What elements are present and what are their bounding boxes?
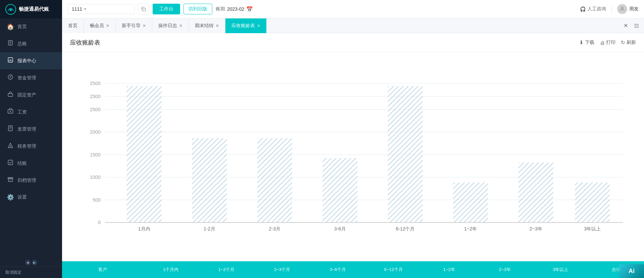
tab-member-close[interactable]: ✕ [106, 23, 109, 28]
scroll-up-btn[interactable]: ◀ [25, 260, 31, 265]
main-area: 1111 ▾ 工作台 切到旧版 账期 2023-02 📅 🎧 人工咨询 用友 [62, 0, 644, 278]
svg-text:500: 500 [93, 197, 101, 203]
svg-point-25 [621, 7, 623, 9]
table-header: 客户 1个月内 1~2个月 2~3个月 3~6个月 6~12个月 1~2年 2~… [62, 261, 644, 278]
svg-text:2~3年: 2~3年 [529, 226, 542, 231]
tab-log-close[interactable]: ✕ [179, 23, 182, 28]
salary-icon [7, 108, 14, 116]
sidebar-item-settings[interactable]: ⚙️ 设置 [0, 189, 62, 206]
tab-home-label: 首页 [68, 23, 77, 29]
tab-member-label: 畅会员 [90, 23, 104, 29]
svg-rect-55 [519, 162, 553, 222]
sidebar-item-salary[interactable]: 工资 [0, 103, 62, 121]
print-button[interactable]: 🖨 打印 [600, 40, 615, 46]
tab-aging[interactable]: 应收账龄表 ✕ [225, 18, 267, 33]
svg-rect-57 [575, 183, 610, 222]
sidebar-item-archive[interactable]: 归档管理 [0, 172, 62, 189]
company-selector[interactable]: 1111 ▾ [67, 4, 135, 14]
col-3y-plus: 3年以上 [533, 267, 588, 273]
cancel-fixed-btn[interactable]: 取消固定 [0, 267, 62, 278]
tab-log[interactable]: 操作日志 ✕ [152, 18, 189, 33]
company-name: 1111 [72, 6, 82, 12]
header-right: 🎧 人工咨询 用友 [580, 4, 639, 14]
sidebar-item-home[interactable]: 🏠 首页 [0, 18, 62, 35]
svg-rect-22 [8, 179, 12, 182]
sidebar-item-assets[interactable]: 固定资产 [0, 86, 62, 103]
sidebar-label-archive: 归档管理 [17, 178, 36, 184]
maximize-tab-btn[interactable]: ⊡ [631, 21, 641, 31]
col-3-6m: 3~6个月 [310, 267, 366, 273]
tab-aging-close[interactable]: ✕ [257, 23, 260, 28]
download-button[interactable]: ⬇ 下载 [579, 40, 594, 46]
scroll-down-btn[interactable]: ▶ [32, 260, 37, 265]
sidebar-label-ledger: 总账 [17, 41, 27, 47]
download-label: 下载 [585, 40, 594, 46]
svg-rect-49 [323, 158, 358, 222]
tab-member[interactable]: 畅会员 ✕ [84, 18, 116, 33]
sidebar-logo: 畅捷通易代账 [0, 0, 62, 18]
calendar-icon[interactable]: 📅 [246, 6, 253, 12]
svg-text:1~2年: 1~2年 [464, 226, 477, 231]
tax-icon [7, 142, 14, 150]
consult-label: 人工咨询 [587, 6, 606, 12]
col-6-12m: 6~12个月 [366, 267, 421, 273]
chart-area: 0 500 1000 1500 2000 2500 2500 [62, 52, 644, 261]
sidebar-item-tax[interactable]: 税务管理 [0, 138, 62, 155]
col-1-2y: 1~2年 [421, 267, 477, 273]
sidebar-item-funds[interactable]: 资金管理 [0, 69, 62, 86]
svg-text:1月内: 1月内 [138, 226, 150, 231]
switch-version-button[interactable]: 切到旧版 [183, 4, 212, 14]
copy-button[interactable] [138, 3, 149, 15]
period-value: 2023-02 [227, 6, 244, 12]
close-tab-btn[interactable]: ✕ [621, 21, 631, 31]
tab-period-end-close[interactable]: ✕ [216, 23, 219, 28]
invoice-icon [7, 125, 14, 133]
sidebar-item-invoice[interactable]: 发票管理 [0, 121, 62, 138]
tab-period-end[interactable]: 期末结转 ✕ [189, 18, 225, 33]
download-icon: ⬇ [579, 40, 584, 46]
cancel-fixed-label: 取消固定 [5, 270, 21, 275]
col-2-3m: 2~3个月 [254, 267, 310, 273]
user-info[interactable]: 用友 [617, 4, 639, 14]
page-header: 应收账龄表 ⬇ 下载 🖨 打印 ↻ 刷新 [62, 33, 644, 52]
svg-text:1-2月: 1-2月 [204, 226, 215, 231]
refresh-button[interactable]: ↻ 刷新 [621, 40, 636, 46]
workbench-button[interactable]: 工作台 [153, 4, 180, 14]
col-2-3y: 2~3年 [477, 267, 533, 273]
sidebar-label-settings: 设置 [17, 194, 27, 200]
tab-home[interactable]: 首页 [62, 18, 84, 33]
svg-rect-24 [143, 8, 146, 11]
svg-rect-14 [8, 126, 12, 131]
svg-text:1500: 1500 [90, 152, 101, 157]
refresh-label: 刷新 [627, 40, 636, 46]
copy-icon [141, 6, 146, 12]
ai-badge[interactable]: Ai [619, 264, 644, 278]
checkout-icon [7, 159, 14, 167]
page-actions: ⬇ 下载 🖨 打印 ↻ 刷新 [579, 40, 636, 46]
archive-icon [7, 177, 14, 184]
tab-guide[interactable]: 新手引导 ✕ [116, 18, 152, 33]
funds-icon [7, 74, 14, 82]
avatar [617, 4, 627, 14]
sidebar-item-ledger[interactable]: 总账 [0, 35, 62, 52]
svg-rect-12 [8, 110, 13, 114]
tab-guide-close[interactable]: ✕ [143, 23, 146, 28]
sidebar-label-salary: 工资 [17, 109, 27, 115]
svg-text:2500: 2500 [90, 94, 101, 99]
logo-icon [5, 4, 16, 15]
sidebar-nav: 🏠 首页 总账 报表中心 资金管理 固定资产 [0, 18, 62, 259]
refresh-icon: ↻ [621, 40, 625, 46]
tab-guide-label: 新手引导 [122, 23, 141, 29]
sidebar-label-tax: 税务管理 [17, 143, 36, 149]
svg-text:2500: 2500 [90, 81, 101, 86]
consult-button[interactable]: 🎧 人工咨询 [580, 6, 606, 12]
page-title: 应收账龄表 [70, 39, 100, 47]
sidebar-label-reports: 报表中心 [17, 58, 36, 64]
assets-icon [7, 91, 14, 99]
svg-point-1 [10, 9, 12, 11]
sidebar-item-reports[interactable]: 报表中心 [0, 52, 62, 69]
headset-icon: 🎧 [580, 6, 586, 12]
svg-rect-53 [453, 183, 488, 222]
sidebar-item-checkout[interactable]: 结账 [0, 155, 62, 172]
svg-text:3年以上: 3年以上 [584, 226, 601, 231]
